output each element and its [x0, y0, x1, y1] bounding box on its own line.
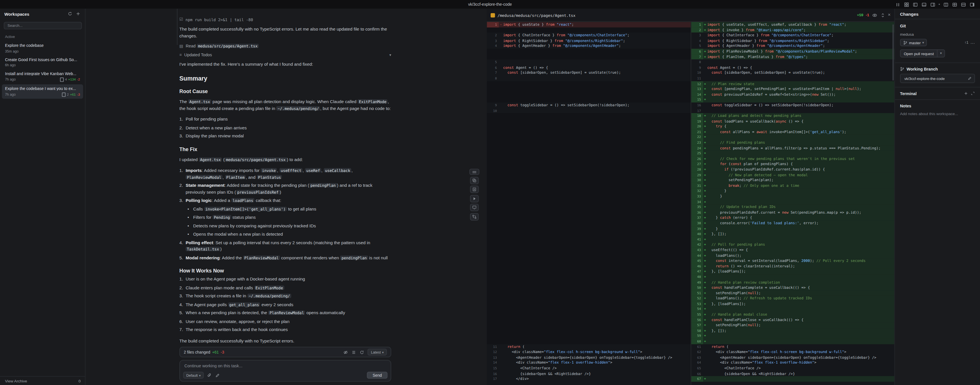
workspace-title: Install and integrate Vibe Kanban Web... — [5, 71, 80, 75]
chat-panel: ☑npm run build 2>&1 | tail -80The build … — [86, 9, 487, 385]
add-workspace-button[interactable] — [76, 11, 81, 16]
diff-line: 1-import { useState } from "react"; — [487, 22, 690, 27]
diff-line — [487, 296, 690, 301]
diff-line — [487, 247, 690, 253]
new-terminal-icon[interactable] — [964, 91, 968, 95]
eye-icon[interactable] — [872, 12, 877, 18]
notes-placeholder[interactable]: Add notes about this workspace... — [900, 111, 975, 115]
model-label: Default — [186, 373, 198, 377]
diff-line: 15+ — [691, 97, 894, 103]
inline-code: useRef — [305, 168, 321, 172]
pause-icon[interactable] — [895, 2, 900, 7]
sidebar-title: Workspaces — [4, 11, 29, 16]
chat-list-item: 3.Display the plan review modal — [180, 133, 391, 140]
eye-off-icon[interactable] — [344, 350, 348, 355]
search-input[interactable] — [4, 22, 82, 29]
chat-list-item: 2.Detect when a new plan arrives — [180, 125, 391, 131]
model-dropdown[interactable]: Default ▾ — [183, 372, 204, 379]
diff-line: 53+ }, [loadPlans]); — [691, 301, 894, 307]
workspace-item[interactable]: Create Good First Issues on Github So...… — [2, 56, 83, 69]
workspace-list: Explore the codebase35m agoCreate Good F… — [0, 41, 85, 99]
inline-code: useEffect — [279, 168, 302, 172]
chevron-down-icon[interactable]: ▾ — [390, 52, 391, 57]
diff-line: 17 </div> — [487, 376, 690, 382]
working-branch-label: Working Branch — [907, 67, 938, 71]
open-pr-button[interactable]: Open pull request ▾ — [900, 49, 945, 57]
terminal-section-label: Terminal — [900, 91, 916, 95]
inline-code: PlanReviewModal — [268, 311, 305, 315]
chat-list-item: 3.The hook script creates a file in ~/.m… — [180, 293, 391, 300]
pr-dropdown-caret[interactable]: ▾ — [937, 49, 944, 57]
attach-icon[interactable] — [207, 373, 212, 378]
workspace-title: Explore the codebase — [5, 43, 80, 48]
diff-line: 31+ break; // Only open one at a time — [691, 183, 894, 188]
layout-grid-2-icon[interactable] — [952, 2, 958, 7]
diff-line — [487, 124, 690, 129]
diff-line — [487, 280, 690, 285]
chevrons-up-down-icon[interactable] — [880, 12, 885, 18]
rename-branch-icon[interactable] — [967, 76, 972, 81]
latest-label: Latest — [371, 350, 381, 354]
workspace-item[interactable]: Install and integrate Vibe Kanban Web...… — [2, 69, 83, 84]
titlebar: vk/3ccf-explore-the-code • — [0, 0, 980, 10]
edit-pen-icon[interactable] — [215, 373, 220, 378]
chat-list-item: 7.The response is written back and the h… — [180, 327, 391, 334]
queue-list-icon[interactable] — [352, 350, 356, 355]
tool-call-row[interactable]: ☑npm run build 2>&1 | tail -80 — [180, 18, 391, 22]
composer-input[interactable] — [183, 363, 390, 369]
list-marker: 2. — [180, 125, 186, 131]
diff-scrollbar[interactable] — [892, 24, 894, 81]
drag-handle[interactable] — [469, 169, 479, 175]
diff-line: 57+ setPendingPlan(null); — [691, 323, 894, 328]
floating-toolbar — [469, 169, 479, 220]
panel-right-icon[interactable] — [930, 2, 935, 7]
sync-icon[interactable] — [67, 11, 73, 16]
lines-added: +61 — [212, 350, 219, 354]
copy-icon[interactable] — [470, 177, 479, 184]
diff-deletions: -1 — [866, 13, 869, 17]
diff-line — [487, 156, 690, 162]
panel-right-alt-icon[interactable] — [969, 2, 975, 7]
tool-call-row[interactable]: ▤Read medusa/src/pages/Agent.tsx — [180, 44, 391, 48]
more-actions-icon[interactable]: … — [970, 40, 975, 45]
view-archive-button[interactable]: View Archive 0 — [0, 376, 86, 385]
diff-line — [487, 27, 690, 33]
layout-grid-icon[interactable] — [904, 2, 909, 7]
diff-line: 12 <div className="flex flex-col h-scree… — [487, 349, 690, 355]
lines-removed: -3 — [221, 350, 224, 354]
refresh-icon[interactable] — [360, 350, 365, 355]
close-icon[interactable]: × — [888, 13, 891, 17]
workspace-item[interactable]: Explore the codebase I want you to ex...… — [2, 84, 83, 99]
git-compare-icon[interactable] — [470, 213, 479, 220]
list-marker: 2. — [180, 285, 186, 291]
diff-line: 24+ const pendingPlans = allPlans.filter… — [691, 145, 894, 151]
repo-name: medusa — [900, 32, 975, 36]
diff-line: 9 const toggleSidebar = () => setSidebar… — [487, 103, 690, 108]
open-pr-label: Open pull request — [904, 51, 934, 56]
workspace-meta: 7h ago2+61-3 — [5, 92, 80, 97]
clipboard-icon[interactable] — [470, 186, 479, 193]
workspace-timestamp: 35m ago — [5, 49, 19, 53]
workspace-item[interactable]: Explore the codebase35m ago — [2, 41, 83, 54]
tool-call-row[interactable]: ≡Updated Todos▾ — [180, 52, 391, 57]
branch-select[interactable]: master ▾ — [900, 39, 927, 46]
inline-code: previousPlanIdsRef — [236, 189, 280, 194]
panel-left-icon[interactable] — [912, 2, 918, 7]
diff-line — [487, 129, 690, 135]
layout-columns-icon[interactable] — [943, 2, 949, 7]
panel-bottom-icon[interactable] — [921, 2, 927, 7]
preview-monitor-icon[interactable] — [470, 204, 479, 211]
latest-dropdown[interactable]: Latest ▾ — [368, 349, 387, 355]
list-marker: 1. — [180, 168, 186, 181]
diff-line: 7 const [sidebarOpen, setSidebarOpen] = … — [487, 70, 690, 76]
diff-line — [487, 140, 690, 145]
diff-line — [487, 54, 690, 59]
layout-rows-icon[interactable] — [961, 2, 966, 7]
working-branch-input[interactable] — [903, 76, 967, 81]
list-marker: 1. — [180, 276, 186, 283]
expand-terminal-icon[interactable] — [970, 91, 975, 95]
archive-count: 0 — [79, 379, 81, 383]
diff-line — [487, 269, 690, 274]
send-button[interactable]: Send — [367, 372, 388, 379]
run-play-icon[interactable] — [470, 194, 479, 202]
